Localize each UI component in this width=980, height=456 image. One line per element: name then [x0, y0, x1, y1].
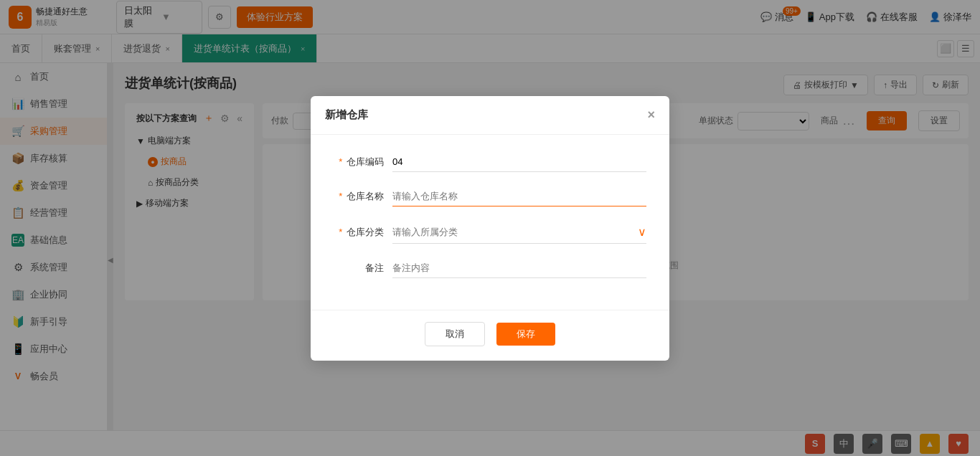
warehouse-category-select-row: ∨: [392, 221, 646, 244]
dialog-title: 新增仓库: [325, 108, 368, 122]
warehouse-name-label: * 仓库名称: [334, 190, 384, 203]
dialog-header: 新增仓库 ×: [311, 96, 669, 135]
warehouse-remark-row: 备注: [334, 258, 646, 278]
dialog-body: * 仓库编码 * 仓库名称 * 仓库分类: [311, 135, 669, 310]
warehouse-category-input[interactable]: [392, 227, 638, 237]
warehouse-category-row: * 仓库分类 ∨: [334, 221, 646, 244]
warehouse-remark-label: 备注: [334, 262, 384, 275]
add-warehouse-dialog: 新增仓库 × * 仓库编码 * 仓库名称: [311, 96, 669, 361]
dialog-footer: 取消 保存: [311, 310, 669, 361]
cancel-button[interactable]: 取消: [425, 322, 485, 346]
warehouse-remark-input[interactable]: [392, 258, 646, 278]
warehouse-category-label: * 仓库分类: [334, 226, 384, 239]
modal-overlay: 新增仓库 × * 仓库编码 * 仓库名称: [0, 0, 980, 456]
warehouse-code-row: * 仓库编码: [334, 152, 646, 172]
warehouse-name-input[interactable]: [392, 186, 646, 206]
warehouse-code-input[interactable]: [392, 152, 646, 172]
warehouse-name-row: * 仓库名称: [334, 186, 646, 206]
warehouse-code-label: * 仓库编码: [334, 156, 384, 168]
save-button[interactable]: 保存: [496, 323, 555, 346]
dialog-close-button[interactable]: ×: [647, 108, 655, 123]
category-dropdown-arrow[interactable]: ∨: [638, 225, 646, 239]
